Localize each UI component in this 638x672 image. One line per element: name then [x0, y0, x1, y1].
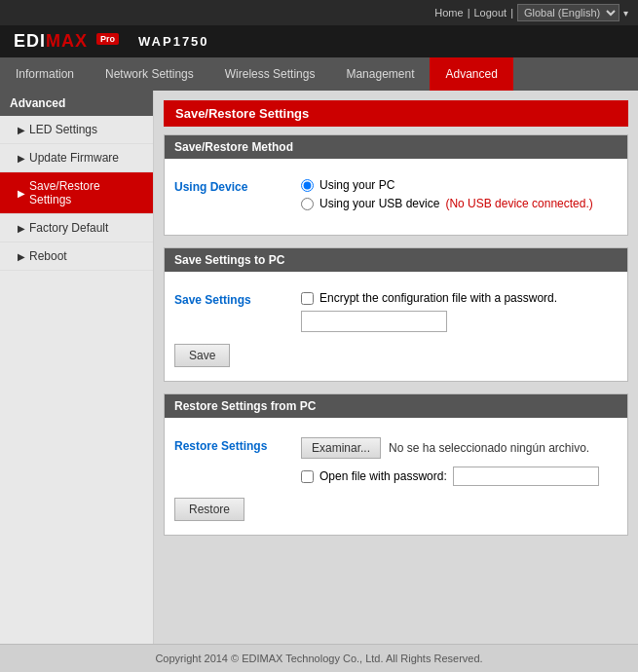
home-link[interactable]: Home — [434, 7, 463, 19]
save-button[interactable]: Save — [174, 344, 230, 367]
radio-usb[interactable] — [301, 198, 314, 210]
arrow-icon: ▶ — [18, 153, 25, 164]
logo: EDIMAX Pro — [14, 31, 119, 52]
sidebar-label-factory: Factory Default — [29, 221, 108, 235]
method-section-header: Save/Restore Method — [165, 135, 627, 159]
sidebar-item-led-settings[interactable]: ▶ LED Settings — [0, 116, 153, 144]
arrow-icon: ▶ — [18, 125, 25, 135]
nav-advanced[interactable]: Advanced — [430, 57, 512, 91]
method-form-row: Using Device Using your PC Using your US… — [174, 172, 618, 221]
save-section-header: Save Settings to PC — [165, 248, 627, 272]
logout-link[interactable]: Logout — [473, 7, 507, 19]
footer-text: Copyright 2014 © EDIMAX Technology Co., … — [155, 653, 482, 664]
logo-pro: Pro — [96, 33, 119, 45]
save-section: Save Settings to PC Save Settings Encryp… — [164, 247, 628, 382]
content-area: Save/Restore Settings Save/Restore Metho… — [154, 91, 638, 644]
open-file-label: Open file with password: — [319, 469, 447, 483]
restore-form-row: Restore Settings Examinar... No se ha se… — [174, 431, 618, 492]
open-file-password-input[interactable] — [453, 467, 599, 486]
sidebar-label-reboot: Reboot — [29, 249, 67, 263]
page-title: Save/Restore Settings — [164, 100, 628, 127]
arrow-icon: ▶ — [18, 223, 25, 234]
restore-button[interactable]: Restore — [174, 498, 244, 521]
save-form-row: Save Settings Encrypt the configuration … — [174, 285, 618, 338]
method-controls: Using your PC Using your USB device (No … — [301, 178, 618, 215]
method-section: Save/Restore Method Using Device Using y… — [164, 134, 628, 236]
language-select[interactable]: Global (English) — [517, 4, 619, 21]
sidebar-item-reboot[interactable]: ▶ Reboot — [0, 243, 153, 271]
restore-label: Restore Settings — [174, 437, 301, 453]
nav-network-settings[interactable]: Network Settings — [90, 57, 209, 91]
browse-button[interactable]: Examinar... — [301, 437, 381, 459]
open-file-row: Open file with password: — [301, 467, 618, 486]
radio-pc-label: Using your PC — [319, 178, 394, 192]
restore-section-header: Restore Settings from PC — [165, 394, 627, 418]
device-name: WAP1750 — [138, 34, 209, 49]
top-bar: Home | Logout | Global (English) ▾ — [0, 0, 638, 25]
password-input[interactable] — [301, 311, 447, 332]
method-label: Using Device — [174, 178, 301, 194]
sep2: | — [510, 7, 513, 19]
sidebar-item-save-restore[interactable]: ▶ Save/Restore Settings — [0, 172, 153, 214]
footer: Copyright 2014 © EDIMAX Technology Co., … — [0, 644, 638, 672]
encrypt-row: Encrypt the configuration file with a pa… — [301, 291, 618, 305]
logo-max: MAX — [46, 31, 88, 51]
nav-information[interactable]: Information — [0, 57, 90, 91]
sidebar-label-firmware: Update Firmware — [29, 151, 119, 165]
radio-usb-row: Using your USB device (No USB device con… — [301, 197, 618, 210]
save-controls: Encrypt the configuration file with a pa… — [301, 291, 618, 332]
restore-section-body: Restore Settings Examinar... No se ha se… — [165, 418, 627, 535]
radio-pc-row: Using your PC — [301, 178, 618, 192]
method-section-body: Using Device Using your PC Using your US… — [165, 159, 627, 235]
chevron-down-icon: ▾ — [623, 8, 628, 19]
usb-warning: (No USB device connected.) — [445, 197, 592, 210]
sidebar: Advanced ▶ LED Settings ▶ Update Firmwar… — [0, 91, 154, 644]
sidebar-header: Advanced — [0, 91, 153, 116]
logo-edi: EDI — [14, 31, 46, 51]
open-file-checkbox[interactable] — [301, 470, 314, 483]
logo-bar: EDIMAX Pro WAP1750 — [0, 25, 638, 57]
sidebar-item-factory-default[interactable]: ▶ Factory Default — [0, 214, 153, 243]
restore-controls: Examinar... No se ha seleccionado ningún… — [301, 437, 618, 486]
sidebar-label-led: LED Settings — [29, 123, 97, 136]
nav-bar: Information Network Settings Wireless Se… — [0, 57, 638, 91]
sep1: | — [468, 7, 470, 19]
file-row: Examinar... No se ha seleccionado ningún… — [301, 437, 618, 459]
encrypt-checkbox[interactable] — [301, 292, 314, 305]
main-layout: Advanced ▶ LED Settings ▶ Update Firmwar… — [0, 91, 638, 644]
radio-pc[interactable] — [301, 179, 314, 192]
sidebar-label-save-restore: Save/Restore Settings — [29, 179, 143, 206]
radio-usb-label: Using your USB device — [319, 197, 439, 210]
file-status: No se ha seleccionado ningún archivo. — [389, 441, 589, 455]
save-label: Save Settings — [174, 291, 301, 307]
nav-wireless-settings[interactable]: Wireless Settings — [209, 57, 331, 91]
restore-section: Restore Settings from PC Restore Setting… — [164, 393, 628, 536]
arrow-icon: ▶ — [18, 251, 25, 262]
encrypt-label: Encrypt the configuration file with a pa… — [319, 291, 557, 305]
save-section-body: Save Settings Encrypt the configuration … — [165, 272, 627, 381]
nav-management[interactable]: Management — [330, 57, 430, 91]
sidebar-item-update-firmware[interactable]: ▶ Update Firmware — [0, 144, 153, 172]
arrow-icon: ▶ — [18, 188, 25, 199]
